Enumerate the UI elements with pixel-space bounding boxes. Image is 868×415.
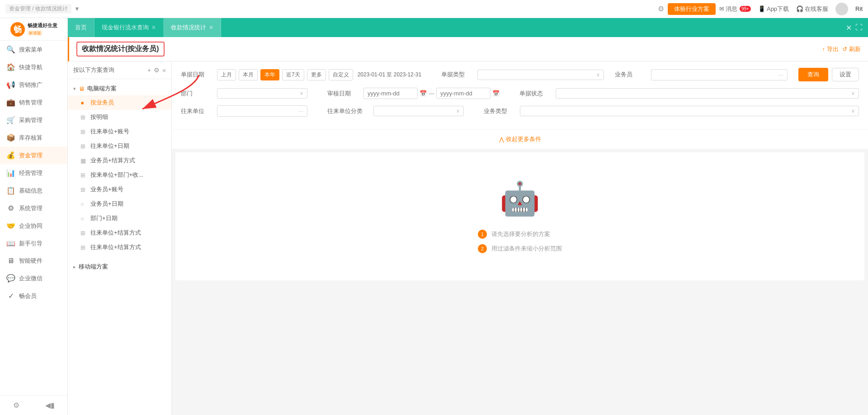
sidebar-item-marketing[interactable]: 📢 营销推广 bbox=[0, 76, 67, 94]
biz-type-select[interactable]: ∨ bbox=[520, 106, 859, 116]
scheme-settings-icon[interactable]: ⚙ bbox=[154, 66, 160, 74]
settings-filter-button[interactable]: 设置 bbox=[832, 68, 859, 81]
collapse-panel-icon[interactable]: « bbox=[162, 66, 166, 74]
scheme-item-salesperson-date[interactable]: ○ 业务员+日期 bbox=[68, 197, 171, 211]
messages-button[interactable]: ✉ 消息 99+ bbox=[719, 5, 751, 13]
dropdown-icon[interactable]: ▼ bbox=[74, 5, 80, 12]
date-btn-7days[interactable]: 近7天 bbox=[282, 69, 304, 80]
tab-receipt[interactable]: 收款情况统计 ✕ bbox=[164, 18, 221, 37]
scheme-item-partner-account[interactable]: ⊞ 往来单位+账号 bbox=[68, 124, 171, 139]
collapse-sidebar-icon[interactable]: ◀▮ bbox=[42, 399, 58, 411]
review-date-end[interactable] bbox=[436, 88, 491, 99]
date-btn-this-year[interactable]: 本年 bbox=[260, 69, 279, 80]
settings-icon[interactable]: ⚙ bbox=[658, 5, 664, 13]
partner-settle1-icon: ⊞ bbox=[80, 230, 88, 236]
sidebar-item-wechat[interactable]: 💬 企业微信 bbox=[0, 269, 67, 287]
review-date-label: 审核日期 bbox=[327, 90, 353, 98]
doc-status-select[interactable]: ∨ bbox=[556, 88, 859, 99]
tab-close-icon[interactable]: ✕ bbox=[846, 24, 852, 32]
main-body: 按以下方案查询 + ⚙ « ▾ 🖥 电脑端方案 ● bbox=[68, 61, 868, 415]
group-pc-label: 电脑端方案 bbox=[87, 85, 117, 93]
filter-row-2: 部门 ∨ 审核日期 📅 — 📅 单据状态 bbox=[181, 88, 859, 99]
settings-bottom-icon[interactable]: ⚙ bbox=[9, 399, 23, 411]
basic-icon: 📋 bbox=[6, 186, 15, 195]
date-btn-this-month[interactable]: 本月 bbox=[239, 69, 258, 80]
scheme-item-detail[interactable]: ⊞ 按明细 bbox=[68, 110, 171, 124]
scheme-item-partner-settle1[interactable]: ⊞ 往来单位+结算方式 bbox=[68, 226, 171, 240]
top-header: 资金管理 / 收款情况统计 ▼ ⚙ 体验行业方案 ✉ 消息 99+ 📱 App下… bbox=[0, 0, 868, 18]
partner-class-select[interactable]: ∨ bbox=[373, 106, 464, 116]
scheme-item-salesperson[interactable]: ● 按业务员 bbox=[68, 95, 171, 110]
sidebar-item-basic[interactable]: 📋 基础信息 bbox=[0, 182, 67, 199]
sidebar-item-guide[interactable]: 📖 新手引导 bbox=[0, 235, 67, 252]
sidebar-item-quicknav[interactable]: 🏠 快捷导航 bbox=[0, 58, 67, 76]
sidebar-item-finance[interactable]: 💰 资金管理 bbox=[0, 146, 67, 164]
tab-receipt-close[interactable]: ✕ bbox=[209, 24, 213, 31]
add-scheme-icon[interactable]: + bbox=[147, 66, 151, 74]
tab-bank-close[interactable]: ✕ bbox=[151, 24, 156, 31]
header-right: ✉ 消息 99+ 📱 App下载 🎧 在线客服 Rit bbox=[719, 3, 863, 15]
tab-receipt-label: 收款情况统计 bbox=[171, 24, 206, 32]
dept-select[interactable]: ∨ bbox=[217, 88, 307, 99]
app-download-label: App下载 bbox=[767, 5, 789, 13]
empty-step-2: 2 用过滤条件来缩小分析范围 bbox=[478, 244, 562, 253]
logo-area: 畅 畅捷通好生意 标准版 bbox=[0, 18, 67, 41]
scheme-item-partner-dept[interactable]: ⊞ 按来单位+部门+收... bbox=[68, 168, 171, 182]
salesperson-settle-icon: ▦ bbox=[80, 157, 88, 164]
group-mobile-label: 移动端方案 bbox=[79, 263, 108, 271]
doc-status-label: 单据状态 bbox=[519, 90, 545, 98]
logo-name: 畅捷通好生意 bbox=[28, 22, 57, 29]
main-layout: 畅 畅捷通好生意 标准版 🔍 搜索菜单 🏠 快捷导航 📢 营销推广 💼 销售管理… bbox=[0, 18, 868, 415]
sidebar-item-system[interactable]: ⚙ 系统管理 bbox=[0, 199, 67, 217]
date-btn-last-month[interactable]: 上月 bbox=[217, 69, 236, 80]
scheme-partner-settle1-label: 往来单位+结算方式 bbox=[90, 229, 141, 237]
collapse-bar[interactable]: ⋀ 收起更多条件 bbox=[172, 129, 868, 149]
tab-home[interactable]: 首页 bbox=[68, 18, 94, 37]
review-date-start[interactable] bbox=[363, 88, 418, 99]
online-service-button[interactable]: 🎧 在线客服 bbox=[796, 5, 828, 13]
sidebar-item-purchase[interactable]: 🛒 采购管理 bbox=[0, 111, 67, 129]
tab-bank[interactable]: 现金银行流水查询 ✕ bbox=[94, 18, 164, 37]
filter-buttons: 查询 设置 bbox=[798, 68, 859, 81]
trial-button[interactable]: 体验行业方案 bbox=[668, 3, 716, 15]
scheme-item-salesperson-account[interactable]: ⊞ 业务员+账号 bbox=[68, 182, 171, 197]
app-download-button[interactable]: 📱 App下载 bbox=[758, 5, 789, 13]
avatar[interactable] bbox=[835, 3, 848, 15]
sidebar-label-quicknav: 快捷导航 bbox=[19, 63, 42, 71]
salesperson-select[interactable]: ··· bbox=[651, 69, 788, 80]
date-separator: — bbox=[429, 90, 434, 97]
scheme-item-salesperson-settle[interactable]: ▦ 业务员+结算方式 bbox=[68, 153, 171, 168]
sidebar-label-purchase: 采购管理 bbox=[19, 116, 42, 124]
sidebar-item-inventory[interactable]: 📦 库存核算 bbox=[0, 129, 67, 146]
tab-maximize-icon[interactable]: ⛶ bbox=[855, 24, 863, 32]
empty-area: 🤖 1 请先选择要分析的方案 2 用过滤条件来缩小分析范围 bbox=[175, 152, 864, 280]
sidebar-item-sales[interactable]: 💼 销售管理 bbox=[0, 94, 67, 111]
scheme-group-mobile-title[interactable]: ▸ 移动端方案 bbox=[68, 260, 171, 274]
sidebar-label-finance: 资金管理 bbox=[19, 151, 42, 160]
sidebar-item-member[interactable]: ✓ 畅会员 bbox=[0, 287, 67, 305]
query-button[interactable]: 查询 bbox=[798, 68, 828, 81]
biz-type-label: 业务类型 bbox=[484, 107, 509, 115]
scheme-item-partner-settle2[interactable]: ⊞ 往来单位+结算方式 bbox=[68, 240, 171, 255]
sidebar-item-enterprise[interactable]: 🤝 企业协同 bbox=[0, 217, 67, 235]
partner-more-btn[interactable]: ··· bbox=[298, 108, 303, 114]
date-btn-custom[interactable]: 自定义 bbox=[329, 69, 353, 80]
sidebar-item-operations[interactable]: 📊 经营管理 bbox=[0, 164, 67, 182]
partner-select[interactable]: ··· bbox=[217, 105, 307, 117]
scheme-item-partner-date[interactable]: ⊞ 往来单位+日期 bbox=[68, 139, 171, 153]
sidebar-bottom: ⚙ ◀▮ bbox=[0, 395, 67, 415]
step-2-num: 2 bbox=[478, 244, 487, 253]
sidebar-item-search[interactable]: 🔍 搜索菜单 bbox=[0, 41, 67, 58]
sidebar-item-hardware[interactable]: 🖥 智能硬件 bbox=[0, 252, 67, 269]
refresh-button[interactable]: ↺ 刷新 bbox=[842, 45, 861, 53]
doc-type-select[interactable]: ∨ bbox=[477, 70, 604, 80]
left-panel-header: 按以下方案查询 + ⚙ « bbox=[68, 61, 171, 79]
scheme-group-pc-title[interactable]: ▾ 🖥 电脑端方案 bbox=[68, 82, 171, 95]
sidebar-label-basic: 基础信息 bbox=[19, 187, 42, 195]
page-title-box: 收款情况统计(按业务员) bbox=[76, 42, 165, 57]
calendar-icon-2: 📅 bbox=[492, 90, 500, 97]
date-btn-more[interactable]: 更多 bbox=[307, 69, 326, 80]
scheme-partner-date-label: 往来单位+日期 bbox=[90, 142, 129, 150]
export-button[interactable]: ↑ 导出 bbox=[822, 45, 839, 53]
scheme-item-dept-date[interactable]: ○ 部门+日期 bbox=[68, 211, 171, 226]
